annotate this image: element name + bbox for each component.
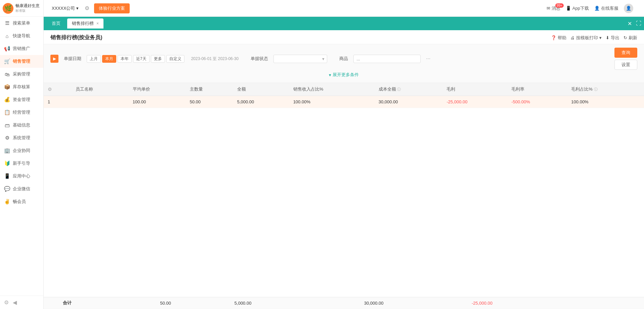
help-label: 帮助 (558, 35, 566, 41)
tab-home[interactable]: 首页 (46, 17, 66, 30)
topbar-right: ✉ 消息 99+ 📱 App下载 👤 在线客服 👤 (547, 4, 639, 13)
guide-icon: 🔰 (4, 160, 10, 166)
sidebar-nav: ☰ 搜索菜单 ⌂ 快捷导航 📢 营销推广 🛒 销售管理 🛍 采购管理 📦 库存核… (0, 17, 43, 296)
industry-btn[interactable]: 体验行业方案 (94, 3, 130, 13)
refresh-icon: ↻ (624, 35, 627, 40)
cost-label: 成本全额 (379, 87, 396, 92)
online-service-btn[interactable]: 👤 在线客服 (594, 5, 618, 11)
sidebar-item-enterprise[interactable]: 🏢 企业协同 (0, 144, 43, 157)
sidebar-item-marketing[interactable]: 📢 营销推广 (0, 42, 43, 55)
footer-avg-price (125, 297, 156, 309)
app-download-btn[interactable]: 📱 App下载 (566, 5, 589, 11)
date-last7days-btn[interactable]: 近7天 (133, 55, 149, 63)
status-select[interactable] (273, 55, 327, 63)
window-close-icon[interactable]: ✕ (628, 20, 632, 27)
sidebar-item-inventory[interactable]: 📦 库存核算 (0, 81, 43, 93)
sidebar-item-shortcut[interactable]: ⌂ 快捷导航 (0, 30, 43, 42)
sidebar-item-vip[interactable]: ✌ 畅会员 (0, 195, 43, 208)
page-header: 销售排行榜(按业务员) ❓ 帮助 🖨 按模板打印 ▾ ⬇ 导出 ↻ 刷新 (44, 30, 644, 44)
marketing-icon: 📢 (4, 46, 10, 52)
sidebar: 🌿 畅康通好生意 标准版 ☰ 搜索菜单 ⌂ 快捷导航 📢 营销推广 🛒 销售管理… (0, 0, 44, 309)
expand-more-btn[interactable]: ▾ 展开更多条件 (329, 72, 359, 78)
finance-icon: 💰 (4, 97, 10, 103)
sidebar-item-finance[interactable]: 💰 资金管理 (0, 93, 43, 106)
tab-sales-ranking[interactable]: 销售排行榜 × (67, 18, 103, 29)
table-wrapper: ⚙ 员工名称 平均单价 主数量 全额 销售收入占比% 成本全额 ⓘ 毛利 毛利率 (44, 83, 644, 297)
page-actions: ❓ 帮助 🖨 按模板打印 ▾ ⬇ 导出 ↻ 刷新 (551, 35, 637, 41)
settings-btn[interactable]: 设置 (614, 60, 637, 70)
topbar-settings-icon[interactable]: ⚙ (85, 5, 89, 11)
sidebar-item-system[interactable]: ⚙ 系统管理 (0, 132, 43, 144)
filter-bar: ▶ 单据日期 上月 本月 本年 近7天 更多 自定义 2023-06-01 至 … (44, 44, 644, 83)
sidebar-item-label: 企业协同 (13, 148, 30, 154)
sales-icon: 🛒 (4, 58, 10, 64)
tabbar: 首页 销售排行榜 × ✕ ⛶ (44, 17, 644, 30)
td-name (72, 96, 129, 108)
export-btn[interactable]: ⬇ 导出 (606, 35, 619, 41)
purchase-icon: 🛍 (4, 71, 10, 77)
date-custom-btn[interactable]: 自定义 (166, 55, 184, 63)
query-btn[interactable]: 查询 (614, 48, 637, 58)
apps-icon: 📱 (4, 173, 10, 179)
filter-toggle-btn[interactable]: ▶ (50, 55, 58, 63)
export-icon: ⬇ (606, 35, 609, 40)
date-last-month-btn[interactable]: 上月 (87, 55, 101, 63)
date-this-month-btn[interactable]: 本月 (102, 55, 116, 63)
goods-input[interactable] (353, 55, 421, 63)
footer-profit: -25,000.00 (468, 297, 581, 309)
messages-btn[interactable]: ✉ 消息 99+ (547, 5, 560, 11)
topbar: XXXXX公司 ▾ ⚙ 体验行业方案 ✉ 消息 99+ 📱 App下载 👤 在线… (44, 0, 644, 17)
goods-filter-label: 商品 (339, 56, 348, 62)
status-filter-label: 单据状态 (251, 56, 268, 62)
expand-down-icon: ▾ (329, 72, 331, 78)
refresh-btn[interactable]: ↻ 刷新 (624, 35, 637, 41)
footer-row: 合计 50.00 5,000.00 30,000.00 -25,000.00 (44, 297, 644, 309)
service-icon: 👤 (594, 6, 600, 11)
table-row: 1 100.00 50.00 5,000.00 100.00% 30,000.0… (44, 96, 644, 108)
sidebar-item-label: 新手引导 (13, 160, 30, 166)
help-btn[interactable]: ❓ 帮助 (551, 35, 566, 41)
sidebar-item-apps[interactable]: 📱 应用中心 (0, 170, 43, 183)
sidebar-item-label: 基础信息 (13, 122, 30, 128)
footer-settings-icon[interactable]: ⚙ (4, 299, 9, 306)
user-avatar[interactable]: 👤 (624, 4, 633, 13)
main-area: XXXXX公司 ▾ ⚙ 体验行业方案 ✉ 消息 99+ 📱 App下载 👤 在线… (44, 0, 644, 309)
app-name: 畅康通好生意 (15, 3, 40, 9)
filter-row-1: ▶ 单据日期 上月 本月 本年 近7天 更多 自定义 2023-06-01 至 … (50, 48, 637, 70)
sidebar-item-operations[interactable]: 📋 经营管理 (0, 106, 43, 119)
window-maximize-icon[interactable]: ⛶ (636, 20, 641, 27)
cost-info-icon[interactable]: ⓘ (397, 87, 401, 91)
footer-profit-pct (612, 297, 644, 309)
td-profit-pct: 100.00% (567, 96, 644, 108)
refresh-label: 刷新 (629, 35, 637, 41)
sidebar-item-basic[interactable]: 🗃 基础信息 (0, 119, 43, 132)
message-icon: ✉ (547, 6, 550, 11)
tab-close-icon[interactable]: × (96, 21, 99, 26)
th-name: 员工名称 (72, 83, 129, 96)
app-edition: 标准版 (15, 8, 40, 13)
more-filters-icon[interactable]: ··· (426, 56, 430, 62)
sidebar-item-label: 销售管理 (13, 58, 30, 64)
th-profit-pct: 毛利占比% ⓘ (567, 83, 644, 96)
print-btn[interactable]: 🖨 按模板打印 ▾ (570, 35, 602, 41)
date-buttons: 上月 本月 本年 近7天 更多 自定义 (87, 55, 184, 63)
sidebar-item-search[interactable]: ☰ 搜索菜单 (0, 17, 43, 30)
sidebar-item-wechat[interactable]: 💬 企业微信 (0, 183, 43, 195)
sidebar-item-label: 搜索菜单 (13, 20, 30, 26)
app-download-icon: 📱 (566, 6, 571, 11)
th-avg-price: 平均单价 (129, 83, 186, 96)
vip-icon: ✌ (4, 199, 10, 205)
sidebar-item-guide[interactable]: 🔰 新手引导 (0, 157, 43, 170)
column-settings-icon[interactable]: ⚙ (48, 87, 52, 92)
sidebar-item-sales[interactable]: 🛒 销售管理 (0, 55, 43, 68)
date-more-btn[interactable]: 更多 (151, 55, 165, 63)
profit-pct-label: 毛利占比% (571, 87, 593, 92)
footer-collapse-icon[interactable]: ◀ (13, 299, 17, 306)
app-download-label: App下载 (572, 5, 589, 11)
company-selector[interactable]: XXXXX公司 ▾ (49, 4, 81, 13)
date-this-year-btn[interactable]: 本年 (118, 55, 132, 63)
profit-pct-info-icon[interactable]: ⓘ (594, 87, 598, 91)
basic-icon: 🗃 (4, 122, 10, 128)
print-icon: 🖨 (570, 35, 575, 40)
sidebar-item-purchase[interactable]: 🛍 采购管理 (0, 68, 43, 81)
